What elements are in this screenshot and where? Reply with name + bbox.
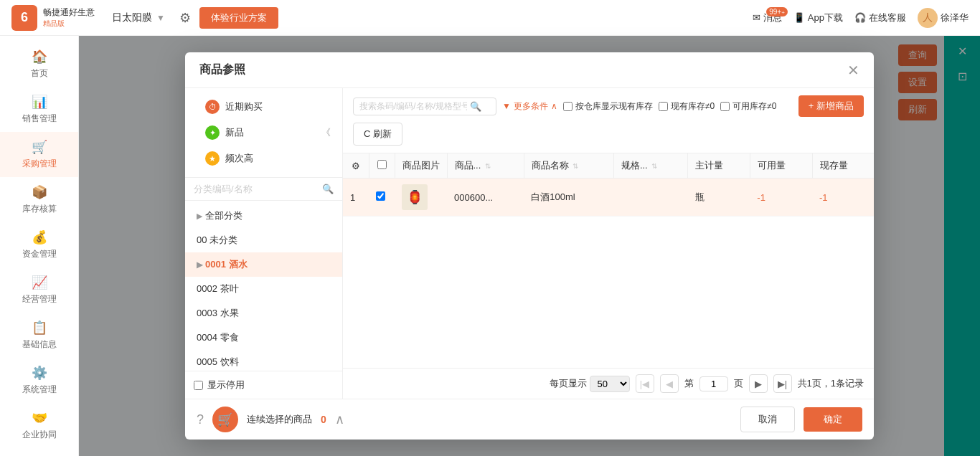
table-header-code[interactable]: 商品... ⇅ — [447, 153, 524, 179]
expand-arrow-icon: ▶ — [197, 212, 202, 221]
product-search-input[interactable] — [359, 101, 467, 111]
sidebar-item-finance[interactable]: 💰 资金管理 — [0, 222, 78, 267]
row-image-cell: 🏮 — [395, 179, 447, 217]
table-header-spec[interactable]: 规格... ⇅ — [613, 153, 687, 179]
page-size-dropdown[interactable]: 50 100 200 — [590, 376, 630, 392]
existing-stock-checkbox[interactable] — [659, 102, 668, 111]
phone-icon: 📱 — [793, 12, 805, 23]
category-list: ▶ 全部分类 00 未分类 ▶ 0001 酒水 0002 茶 — [185, 201, 342, 371]
logo-area: 6 畅捷通好生意 精品版 — [11, 5, 98, 31]
product-table-wrap: ⚙ 商品图片 商品... — [343, 153, 874, 368]
operations-icon: 📈 — [32, 275, 47, 290]
last-page-button[interactable]: ▶| — [773, 374, 792, 393]
recent-purchase-tab[interactable]: ⏱ 近期购买 — [194, 94, 274, 120]
row-checkbox[interactable] — [376, 191, 385, 201]
sidebar-item-system[interactable]: ⚙️ 系统管理 — [0, 358, 78, 403]
prev-page-button[interactable]: ◀ — [660, 374, 679, 393]
table-header-name[interactable]: 商品名称 ⇅ — [524, 153, 613, 179]
category-all[interactable]: ▶ 全部分类 — [185, 204, 342, 228]
home-icon: 🏠 — [32, 49, 47, 65]
system-icon: ⚙️ — [32, 365, 47, 381]
top-nav: 6 畅捷通好生意 精品版 日太阳膜 ▼ ⚙ 体验行业方案 ✉ 消息 99++ 📱… — [0, 0, 980, 36]
quick-tabs: ⏱ 近期购买 ✦ 新品 ★ 频次高 — [194, 94, 274, 171]
user-nav-item[interactable]: 人 徐泽华 — [918, 8, 969, 28]
category-uncategorized[interactable]: 00 未分类 — [185, 228, 342, 252]
clock-icon: ⏱ — [205, 100, 220, 114]
available-stock-checkbox[interactable] — [720, 102, 730, 111]
category-drinks[interactable]: 0005 饮料 — [185, 350, 342, 371]
available-stock-checkbox-label: 可用库存≠0 — [720, 100, 776, 113]
category-fruit[interactable]: 0003 水果 — [185, 301, 342, 326]
sidebar-item-sales[interactable]: 📊 销售管理 — [0, 87, 78, 132]
message-icon: ✉ — [753, 12, 760, 23]
filter-icon: ▼ — [502, 101, 511, 111]
star-icon: ★ — [205, 151, 220, 166]
product-thumbnail: 🏮 — [402, 184, 428, 210]
first-page-button[interactable]: |◀ — [636, 374, 654, 393]
sidebar: 🏠 首页 📊 销售管理 🛒 采购管理 📦 库存核算 💰 资金管理 📈 经营管理 … — [0, 36, 79, 456]
sidebar-item-basic-info[interactable]: 📋 基础信息 — [0, 313, 78, 358]
modal-title: 商品参照 — [199, 62, 245, 77]
new-icon: ✦ — [205, 125, 220, 140]
table-header-settings[interactable]: ⚙ — [343, 153, 369, 179]
frequent-tab[interactable]: ★ 频次高 — [194, 146, 274, 171]
page-number-input[interactable] — [699, 376, 728, 391]
table-header-available[interactable]: 可用量 — [750, 153, 812, 179]
sidebar-item-purchase[interactable]: 🛒 采购管理 — [0, 132, 78, 177]
add-product-button[interactable]: + 新增商品 — [798, 95, 864, 117]
cart-label: 连续选择的商品 — [247, 413, 312, 426]
page-label: 第 — [684, 377, 694, 390]
more-filters-button[interactable]: ▼ 更多条件 ∧ — [502, 100, 557, 113]
next-page-button[interactable]: ▶ — [749, 374, 768, 393]
trial-action-button[interactable]: 体验行业方案 — [199, 7, 278, 29]
table-header-checkbox[interactable] — [369, 153, 395, 179]
category-search-icon[interactable]: 🔍 — [322, 184, 334, 194]
table-row[interactable]: 1 🏮 000600... 白酒100ml — [343, 179, 874, 217]
panel-collapse-button[interactable]: 《 — [319, 123, 334, 142]
category-tea[interactable]: 0002 茶叶 — [185, 277, 342, 301]
logo-icon: 6 — [11, 5, 37, 31]
cancel-button[interactable]: 取消 — [740, 407, 795, 432]
main-layout: 🏠 首页 📊 销售管理 🛒 采购管理 📦 库存核算 💰 资金管理 📈 经营管理 … — [0, 36, 980, 456]
inventory-icon: 📦 — [32, 184, 47, 200]
row-checkbox-cell[interactable] — [369, 179, 395, 217]
select-all-checkbox[interactable] — [377, 160, 387, 169]
refresh-table-button[interactable]: C 刷新 — [353, 123, 402, 146]
footer-collapse-icon[interactable]: ∧ — [335, 412, 344, 427]
show-disabled-checkbox[interactable] — [194, 381, 203, 390]
sidebar-item-operations[interactable]: 📈 经营管理 — [0, 267, 78, 313]
table-header-stock[interactable]: 现存量 — [812, 153, 874, 179]
table-header-image: 商品图片 — [395, 153, 447, 179]
category-snacks[interactable]: 0004 零食 — [185, 326, 342, 350]
pagination: 每页显示 50 100 200 |◀ ◀ 第 页 — [343, 368, 874, 399]
row-name: 白酒100ml — [524, 179, 613, 217]
store-selector-chevron-icon: ▼ — [156, 13, 165, 23]
cart-button[interactable]: 🛒 — [212, 407, 238, 432]
category-liquor[interactable]: ▶ 0001 酒水 — [185, 252, 342, 277]
table-header-unit[interactable]: 主计量 — [688, 153, 750, 179]
product-table: ⚙ 商品图片 商品... — [343, 153, 874, 217]
messages-nav-item[interactable]: ✉ 消息 99++ — [753, 11, 782, 24]
sidebar-item-enterprise[interactable]: 🤝 企业协同 — [0, 403, 78, 448]
sidebar-item-home[interactable]: 🏠 首页 — [0, 42, 78, 87]
category-search-input[interactable] — [194, 184, 318, 194]
cart-count: 0 — [321, 414, 326, 425]
settings-icon[interactable]: ⚙ — [179, 10, 191, 26]
total-info: 共1页，1条记录 — [798, 377, 864, 390]
modal-close-button[interactable]: ✕ — [847, 63, 859, 77]
left-panel: ⏱ 近期购买 ✦ 新品 ★ 频次高 — [185, 88, 343, 399]
confirm-button[interactable]: 确定 — [804, 407, 862, 432]
nav-right: ✉ 消息 99++ 📱 App下载 🎧 在线客服 人 徐泽华 — [753, 8, 969, 28]
expand-arrow-icon: ▶ — [197, 260, 202, 270]
app-download-nav-item[interactable]: 📱 App下载 — [793, 11, 843, 24]
new-products-tab[interactable]: ✦ 新品 — [194, 120, 274, 146]
sidebar-item-inventory[interactable]: 📦 库存核算 — [0, 177, 78, 222]
category-search: 🔍 — [185, 178, 342, 201]
online-service-nav-item[interactable]: 🎧 在线客服 — [854, 11, 906, 24]
search-icon[interactable]: 🔍 — [470, 101, 481, 112]
help-icon[interactable]: ? — [197, 412, 204, 427]
row-unit: 瓶 — [688, 179, 750, 217]
store-selector[interactable]: 日太阳膜 ▼ — [112, 11, 165, 24]
warehouse-stock-checkbox[interactable] — [563, 102, 573, 111]
sidebar-item-guide[interactable]: 🎯 新手引导 — [0, 448, 78, 456]
